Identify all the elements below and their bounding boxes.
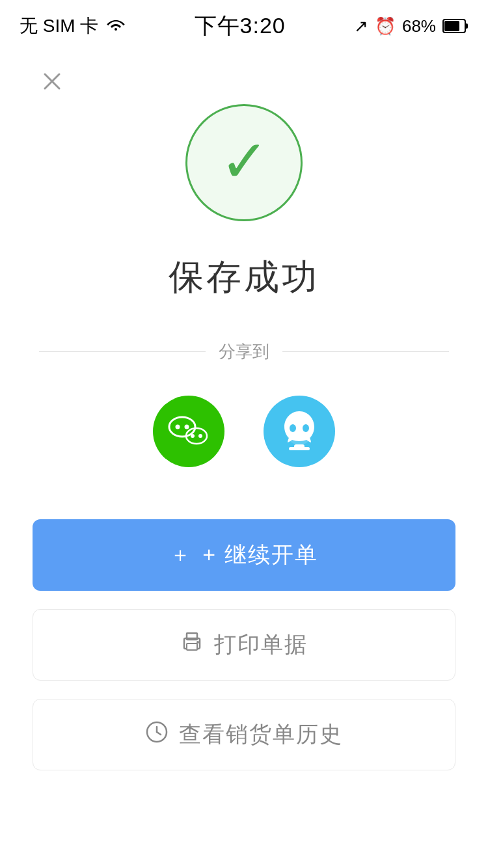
print-button[interactable]: 打印单据 <box>33 609 455 681</box>
continue-order-button[interactable]: ＋ + 继续开单 <box>33 519 455 591</box>
print-label: 打印单据 <box>214 630 308 660</box>
status-time: 下午3:20 <box>195 11 286 41</box>
status-left: 无 SIM 卡 <box>20 14 126 38</box>
qq-icon <box>280 409 319 454</box>
close-button[interactable] <box>33 62 72 101</box>
carrier-text: 无 SIM 卡 <box>20 14 98 38</box>
divider-left <box>39 351 206 352</box>
divider-right <box>282 351 449 352</box>
history-label: 查看销货单历史 <box>179 720 343 750</box>
action-buttons: ＋ + 继续开单 打印单据 查看销货单历史 <box>0 519 488 770</box>
alarm-icon: ⏰ <box>375 16 396 36</box>
qq-share-button[interactable] <box>264 396 335 467</box>
continue-order-label: + 继续开单 <box>202 540 318 570</box>
svg-point-7 <box>185 425 189 429</box>
status-right: ↗ ⏰ 68% <box>354 16 468 36</box>
svg-point-13 <box>303 424 309 432</box>
plus-icon: ＋ <box>170 541 192 569</box>
share-label: 分享到 <box>206 340 282 363</box>
svg-rect-1 <box>465 23 468 29</box>
share-icons <box>153 396 335 467</box>
success-icon-circle: ✓ <box>185 104 303 221</box>
svg-point-12 <box>290 424 296 432</box>
svg-point-10 <box>198 434 202 438</box>
printer-icon <box>180 632 204 658</box>
success-title: 保存成功 <box>169 254 319 301</box>
battery-icon <box>442 19 468 33</box>
battery-text: 68% <box>402 16 436 36</box>
svg-point-6 <box>176 425 180 429</box>
wechat-share-button[interactable] <box>153 396 224 467</box>
check-icon: ✓ <box>220 132 269 191</box>
svg-point-19 <box>197 641 199 644</box>
main-content: ✓ 保存成功 分享到 <box>0 52 488 770</box>
svg-rect-17 <box>187 644 197 650</box>
share-section: 分享到 <box>0 340 488 363</box>
wechat-icon <box>168 414 210 449</box>
svg-rect-2 <box>444 21 459 31</box>
svg-point-5 <box>169 417 195 437</box>
status-bar: 无 SIM 卡 下午3:20 ↗ ⏰ 68% <box>0 0 488 52</box>
view-history-button[interactable]: 查看销货单历史 <box>33 699 455 770</box>
clock-icon <box>145 720 169 749</box>
wifi-icon <box>106 16 126 36</box>
location-icon: ↗ <box>354 16 368 36</box>
svg-rect-15 <box>289 447 310 450</box>
svg-line-22 <box>157 732 161 735</box>
svg-point-9 <box>191 434 195 438</box>
